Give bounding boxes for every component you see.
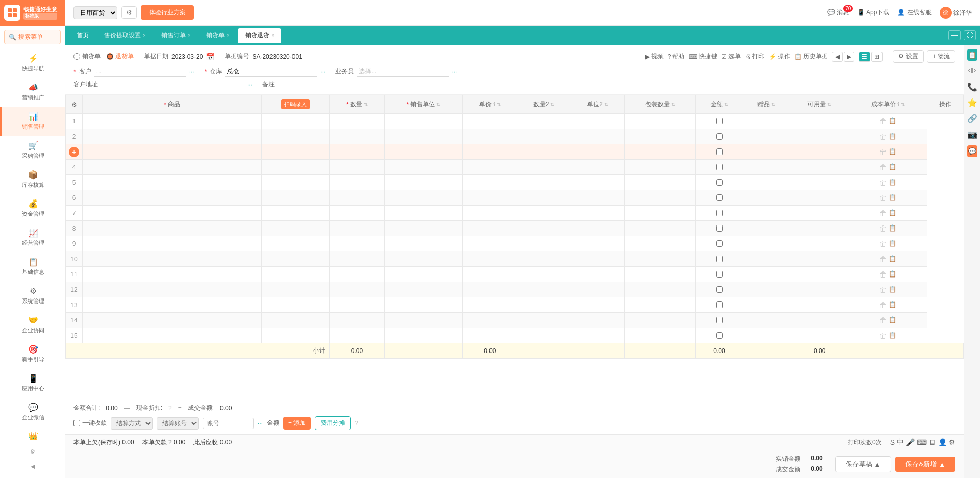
right-panel-icon-4[interactable]: ⭐	[967, 98, 977, 108]
account-ellipsis-btn[interactable]: ···	[258, 420, 263, 427]
balance-method-select[interactable]: 结算账号	[157, 417, 199, 430]
copy-row-btn[interactable]: 📋	[889, 270, 896, 279]
tab-minimize-btn[interactable]: —	[948, 30, 961, 40]
list-view-btn[interactable]: ☰	[859, 52, 870, 62]
delete-row-btn[interactable]: 🗑	[879, 194, 887, 202]
warehouse-input[interactable]	[225, 67, 317, 77]
delete-row-btn[interactable]: 🗑	[879, 163, 887, 171]
copy-row-btn[interactable]: 📋	[889, 255, 896, 263]
search-menu-btn[interactable]: 🔍 搜索菜单	[4, 30, 61, 44]
taskbar-icon-s[interactable]: S	[890, 438, 895, 446]
delete-row-btn[interactable]: 🗑	[879, 179, 887, 187]
sidebar-item-member[interactable]: 👑 畅会员	[0, 426, 65, 440]
sidebar-item-sales[interactable]: 📊 销售管理	[0, 107, 65, 136]
sidebar-item-newbie[interactable]: 🎯 新手引导	[0, 339, 65, 368]
copy-row-btn[interactable]: 📋	[889, 209, 896, 217]
copy-row-btn[interactable]: 📋	[889, 194, 896, 202]
save-draft-btn[interactable]: 保存草稿 ▲	[835, 456, 892, 472]
add-row-btn[interactable]: +	[69, 147, 79, 157]
prev-record-btn[interactable]: ◀	[832, 52, 843, 62]
goods-select[interactable]: 日用百货	[74, 6, 117, 19]
customer-ellipsis-btn[interactable]: ···	[189, 68, 194, 76]
staff-ellipsis-btn[interactable]: ···	[452, 68, 457, 76]
calendar-icon[interactable]: 📅	[206, 53, 214, 61]
online-service-btn[interactable]: 👤 在线客服	[897, 8, 931, 17]
product-cell-add[interactable]	[83, 144, 262, 160]
right-panel-icon-5[interactable]: 🔗	[967, 114, 977, 123]
copy-row-1-btn[interactable]: 📋	[889, 117, 896, 125]
warehouse-ellipsis-btn[interactable]: ···	[320, 68, 325, 76]
account-input[interactable]	[203, 418, 254, 429]
tab-sales-order[interactable]: 销售订单 ×	[154, 28, 198, 43]
experience-btn[interactable]: 体验行业方案	[141, 5, 194, 20]
address-ellipsis-btn[interactable]: ···	[247, 81, 252, 88]
sidebar-item-wechat[interactable]: 💬 企业微信	[0, 397, 65, 426]
tab-price-settings[interactable]: 售价提取设置 ×	[97, 28, 153, 43]
sidebar-item-marketing[interactable]: 📣 营销推广	[0, 78, 65, 107]
sidebar-item-system[interactable]: ⚙ 系统管理	[0, 281, 65, 310]
delete-row-btn[interactable]: 🗑	[879, 316, 887, 324]
scan-input-btn[interactable]: 扫码录入	[281, 99, 310, 109]
customer-input[interactable]	[94, 67, 186, 77]
note-input[interactable]	[278, 80, 482, 89]
sidebar-item-purchase[interactable]: 🛒 采购管理	[0, 136, 65, 165]
copy-row-btn[interactable]: 📋	[889, 301, 896, 309]
right-panel-icon-7[interactable]: 💬	[967, 145, 977, 157]
copy-row-btn[interactable]: 📋	[889, 240, 896, 248]
help-btn[interactable]: ? 帮助	[668, 52, 685, 61]
operate-btn[interactable]: ⚡ 操作	[769, 52, 790, 61]
copy-row-btn[interactable]: 📋	[889, 316, 896, 324]
save-new-btn[interactable]: 保存&新增 ▲	[895, 457, 955, 472]
taskbar-icon-user[interactable]: 👤	[938, 438, 947, 446]
grid-view-btn[interactable]: ⊞	[871, 52, 883, 62]
fee-help-icon[interactable]: ?	[355, 420, 358, 427]
right-panel-icon-2[interactable]: 👁	[968, 67, 976, 76]
delete-row-2-btn[interactable]: 🗑	[879, 133, 887, 141]
tab-close-bill[interactable]: ×	[227, 33, 230, 38]
sidebar-bottom-collapse[interactable]: ◀	[0, 459, 65, 474]
delete-row-btn[interactable]: 🗑	[879, 240, 887, 248]
delete-row-btn[interactable]: 🗑	[879, 224, 887, 233]
taskbar-icon-keyboard[interactable]: ⌨	[917, 438, 927, 446]
shortcut-btn[interactable]: ⌨ 快捷键	[689, 52, 717, 61]
sidebar-item-finance[interactable]: 💰 资金管理	[0, 194, 65, 223]
address-input[interactable]	[101, 80, 244, 89]
copy-row-btn[interactable]: 📋	[889, 332, 896, 340]
message-badge[interactable]: 💬 消息 70	[827, 8, 849, 17]
delete-row-1-btn[interactable]: 🗑	[879, 117, 887, 125]
sidebar-bottom-settings[interactable]: ⚙	[0, 444, 65, 459]
settlement-method-select[interactable]: 结算方式	[111, 417, 153, 430]
delete-row-btn[interactable]: 🗑	[879, 270, 887, 279]
tab-sales-bill[interactable]: 销货单 ×	[199, 28, 237, 43]
taskbar-icon-zh[interactable]: 中	[897, 438, 904, 447]
sidebar-item-operations[interactable]: 📈 经营管理	[0, 223, 65, 252]
tab-maximize-btn[interactable]: ⛶	[964, 30, 976, 40]
copy-row-btn[interactable]: 📋	[889, 224, 896, 233]
setup-btn[interactable]: ⚙ 设置	[893, 50, 923, 63]
fee-split-btn[interactable]: 费用分摊	[315, 416, 351, 430]
add-payment-btn[interactable]: + 添加	[283, 417, 311, 430]
sidebar-item-enterprise[interactable]: 🤝 企业协同	[0, 310, 65, 339]
select-bill-btn[interactable]: ☑ 选单	[721, 52, 741, 61]
copy-row-btn[interactable]: 📋	[889, 179, 896, 187]
right-panel-icon-3[interactable]: 📞	[967, 82, 977, 92]
delete-row-btn[interactable]: 🗑	[879, 301, 887, 309]
tab-home[interactable]: 首页	[69, 28, 96, 43]
delete-row-btn[interactable]: 🗑	[879, 209, 887, 217]
staff-input[interactable]	[357, 67, 449, 77]
taskbar-icon-screen[interactable]: 🖥	[929, 438, 936, 446]
history-btn[interactable]: 📋 历史单据	[794, 52, 828, 61]
single-help-icon[interactable]: ?	[168, 439, 172, 446]
right-panel-icon-6[interactable]: 📷	[967, 130, 977, 139]
print-btn[interactable]: 🖨 打印	[745, 52, 765, 61]
video-btn[interactable]: ▶ 视频	[645, 52, 664, 61]
tab-sales-return[interactable]: 销货退货 ×	[238, 28, 282, 43]
tab-close-order[interactable]: ×	[188, 33, 191, 38]
app-download-btn[interactable]: 📱 App下载	[857, 8, 889, 17]
user-info[interactable]: 徐 徐泽华	[940, 7, 972, 19]
product-cell-1[interactable]	[83, 114, 262, 129]
copy-add-row-btn[interactable]: 📋	[889, 148, 896, 156]
delete-row-btn[interactable]: 🗑	[879, 286, 887, 294]
radio-return-bill[interactable]: 退货单	[107, 52, 134, 61]
copy-row-btn[interactable]: 📋	[889, 286, 896, 294]
